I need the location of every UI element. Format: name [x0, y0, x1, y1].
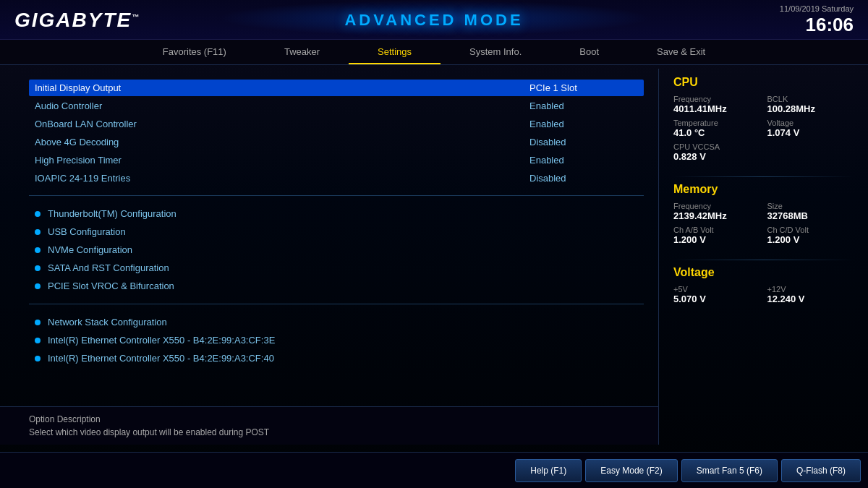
submenu-label-eth2: Intel(R) Ethernet Controller X550 - B4:2… — [48, 353, 274, 364]
mem-size-value: 32768MB — [767, 210, 854, 221]
submenu-label-nvme: NVMe Configuration — [48, 244, 132, 255]
cpu-frequency-label: Frequency — [673, 95, 760, 103]
mem-size-label: Size — [767, 202, 854, 210]
bullet-icon-pcie — [35, 283, 41, 289]
option-description-title: Option Description — [29, 414, 644, 424]
setting-label-onboard-lan: OnBoard LAN Controller — [35, 119, 137, 129]
submenu-sata[interactable]: SATA And RST Configuration — [29, 259, 644, 277]
submenu-label-usb: USB Configuration — [48, 226, 126, 237]
tab-boot[interactable]: Boot — [550, 40, 628, 64]
header: GIGABYTE™ ADVANCED MODE 11/09/2019 Satur… — [0, 0, 868, 40]
cpu-vccsa-value: 0.828 V — [673, 151, 760, 162]
bullet-icon-usb — [35, 229, 41, 235]
help-button[interactable]: Help (F1) — [515, 459, 582, 482]
submenu-label-thunderbolt: Thunderbolt(TM) Configuration — [48, 208, 176, 219]
volt-5v-value: 5.070 V — [673, 294, 760, 304]
setting-onboard-lan[interactable]: OnBoard LAN Controller Enabled — [29, 116, 644, 132]
bottom-description: Option Description Select which video di… — [0, 406, 658, 445]
time-display: 16:06 — [780, 14, 854, 36]
mem-size: Size 32768MB — [767, 202, 854, 221]
separator-1 — [29, 195, 644, 196]
date-display: 11/09/2019 Saturday — [780, 4, 854, 13]
smart-fan-button[interactable]: Smart Fan 5 (F6) — [681, 459, 778, 482]
setting-label-above4g: Above 4G Decoding — [35, 137, 119, 147]
separator-2 — [29, 304, 644, 304]
logo-tm: ™ — [132, 12, 140, 20]
mem-chab-value: 1.200 V — [673, 234, 760, 245]
nav-tabs: Favorites (F11) Tweaker Settings System … — [0, 40, 868, 65]
cpu-vccsa-label: CPU VCCSA — [673, 142, 760, 151]
bullet-icon-nvme — [35, 247, 41, 253]
cpu-frequency-value: 4011.41MHz — [673, 103, 760, 114]
cpu-voltage: Voltage 1.074 V — [767, 119, 854, 138]
advanced-mode-title: ADVANCED MODE — [344, 11, 523, 30]
memory-title: Memory — [673, 183, 854, 196]
tab-settings[interactable]: Settings — [349, 40, 441, 64]
tab-saveexit[interactable]: Save & Exit — [628, 40, 734, 64]
volt-12v: +12V 12.240 V — [767, 285, 854, 304]
logo: GIGABYTE™ — [14, 9, 140, 32]
setting-value-initial-display: PCIe 1 Slot — [529, 82, 638, 93]
setting-audio[interactable]: Audio Controller Enabled — [29, 98, 644, 114]
submenu-group-2: Network Stack Configuration Intel(R) Eth… — [29, 313, 644, 367]
cpu-voltage-label: Voltage — [767, 119, 854, 127]
mem-freq-label: Frequency — [673, 202, 760, 210]
setting-value-hpet: Enabled — [529, 155, 638, 166]
cpu-temperature: Temperature 41.0 °C — [673, 119, 760, 138]
submenu-network-stack[interactable]: Network Stack Configuration — [29, 313, 644, 331]
mem-chcd: Ch C/D Volt 1.200 V — [767, 226, 854, 245]
cpu-bclk-value: 100.28MHz — [767, 103, 854, 114]
submenu-nvme[interactable]: NVMe Configuration — [29, 241, 644, 259]
submenu-label-network-stack: Network Stack Configuration — [48, 317, 167, 328]
submenu-usb[interactable]: USB Configuration — [29, 223, 644, 241]
voltage-title: Voltage — [673, 266, 854, 279]
cpu-temp-value: 41.0 °C — [673, 127, 760, 138]
settings-panel: Initial Display Output PCIe 1 Slot Audio… — [0, 69, 658, 445]
submenu-eth-controller-1[interactable]: Intel(R) Ethernet Controller X550 - B4:2… — [29, 331, 644, 349]
setting-value-audio: Enabled — [529, 100, 638, 111]
setting-hpet[interactable]: High Precision Timer Enabled — [29, 152, 644, 168]
cpu-section: CPU Frequency 4011.41MHz BCLK 100.28MHz … — [673, 76, 854, 162]
divider-cpu-mem — [673, 176, 854, 177]
divider-mem-volt — [673, 260, 854, 260]
mem-freq-value: 2139.42MHz — [673, 210, 760, 221]
setting-value-onboard-lan: Enabled — [529, 119, 638, 129]
cpu-temp-label: Temperature — [673, 119, 760, 127]
easy-mode-button[interactable]: Easy Mode (F2) — [585, 459, 677, 482]
bullet-icon-network-stack — [35, 320, 41, 325]
volt-12v-label: +12V — [767, 285, 854, 294]
tab-favorites[interactable]: Favorites (F11) — [134, 40, 255, 64]
submenu-thunderbolt[interactable]: Thunderbolt(TM) Configuration — [29, 205, 644, 223]
setting-above4g[interactable]: Above 4G Decoding Disabled — [29, 134, 644, 150]
volt-5v: +5V 5.070 V — [673, 285, 760, 304]
mem-chab-label: Ch A/B Volt — [673, 226, 760, 234]
bullet-icon-eth1 — [35, 338, 41, 343]
submenu-label-pcie: PCIE Slot VROC & Bifurcation — [48, 281, 174, 291]
cpu-grid: Frequency 4011.41MHz BCLK 100.28MHz Temp… — [673, 95, 854, 162]
setting-label-initial-display: Initial Display Output — [35, 82, 121, 93]
mem-chcd-label: Ch C/D Volt — [767, 226, 854, 234]
qflash-button[interactable]: Q-Flash (F8) — [781, 459, 861, 482]
bullet-icon-thunderbolt — [35, 211, 41, 217]
submenu-group-1: Thunderbolt(TM) Configuration USB Config… — [29, 205, 644, 295]
datetime: 11/09/2019 Saturday 16:06 — [780, 4, 854, 36]
memory-section: Memory Frequency 2139.42MHz Size 32768MB… — [673, 183, 854, 245]
volt-5v-label: +5V — [673, 285, 760, 294]
main-content: Initial Display Output PCIe 1 Slot Audio… — [0, 69, 868, 445]
cpu-vccsa: CPU VCCSA 0.828 V — [673, 142, 760, 162]
mem-chab: Ch A/B Volt 1.200 V — [673, 226, 760, 245]
setting-initial-display[interactable]: Initial Display Output PCIe 1 Slot — [29, 80, 644, 96]
submenu-label-eth1: Intel(R) Ethernet Controller X550 - B4:2… — [48, 335, 275, 346]
tab-sysinfo[interactable]: System Info. — [441, 40, 550, 64]
setting-label-hpet: High Precision Timer — [35, 155, 122, 166]
setting-value-above4g: Disabled — [529, 137, 638, 147]
bottom-bar: Help (F1) Easy Mode (F2) Smart Fan 5 (F6… — [0, 452, 868, 488]
setting-label-audio: Audio Controller — [35, 100, 102, 111]
cpu-bclk: BCLK 100.28MHz — [767, 95, 854, 114]
tab-tweaker[interactable]: Tweaker — [255, 40, 349, 64]
submenu-pcie[interactable]: PCIE Slot VROC & Bifurcation — [29, 277, 644, 295]
submenu-eth-controller-2[interactable]: Intel(R) Ethernet Controller X550 - B4:2… — [29, 349, 644, 367]
setting-ioapic[interactable]: IOAPIC 24-119 Entries Disabled — [29, 170, 644, 187]
option-description-text: Select which video display output will b… — [29, 427, 644, 437]
setting-value-ioapic: Disabled — [529, 173, 638, 184]
